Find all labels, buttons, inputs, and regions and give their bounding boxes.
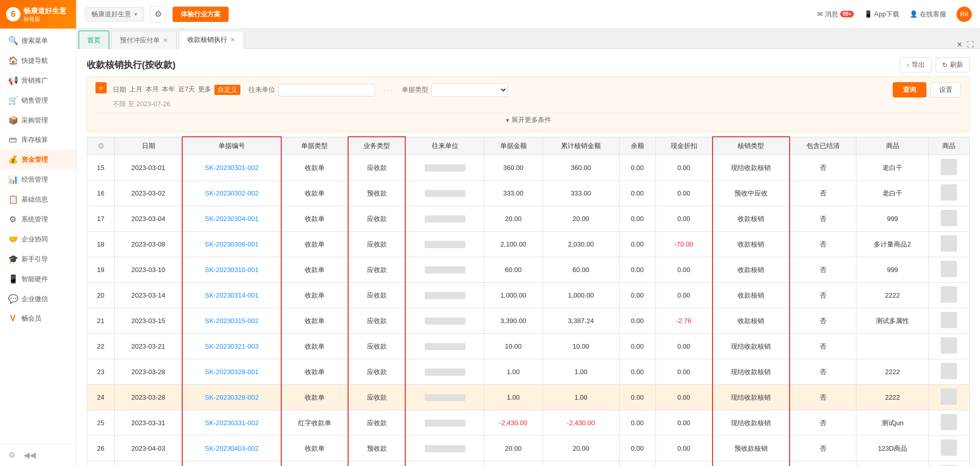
online-service-item[interactable]: 👤 在线客服 <box>910 10 946 19</box>
export-icon: ↑ <box>906 61 910 69</box>
col-header-cancel-type: 核销类型 <box>713 137 790 155</box>
date-link-7days[interactable]: 近7天 <box>178 85 195 95</box>
date-link-this-month[interactable]: 本月 <box>145 85 159 95</box>
filter-counterpart-item: 往来单位 <box>249 84 375 96</box>
cell-cancel-type: 收款核销 <box>713 232 790 257</box>
cell-bill-type: 收款单 <box>281 283 349 308</box>
cell-row-no: 17 <box>87 206 115 232</box>
marketing-icon: 📢 <box>8 76 17 85</box>
cell-bill-no[interactable]: SK-20230310-001 <box>182 257 281 283</box>
sidebar-item-search[interactable]: 🔍 搜索菜单 <box>0 31 76 51</box>
chevron-down-icon: ▾ <box>506 116 509 124</box>
cell-goods2 <box>928 359 969 385</box>
messages-item[interactable]: ✉ 消息 99+ <box>817 10 854 19</box>
sidebar-item-quick-nav[interactable]: 🏠 快捷导航 <box>0 51 76 70</box>
cell-balance: 0.00 <box>619 181 655 206</box>
sidebar-item-inventory[interactable]: 🗃 库存核算 <box>0 130 76 150</box>
footer-settings-icon[interactable]: ⚙ <box>8 450 15 460</box>
sidebar-item-marketing[interactable]: 📢 营销推广 <box>0 70 76 90</box>
cell-bill-no[interactable]: SK-20230302-002 <box>182 181 281 206</box>
cell-bill-amount: 360.00 <box>484 155 543 181</box>
tab-payable-close-icon[interactable]: ✕ <box>163 37 168 44</box>
cell-balance: 0.00 <box>619 308 655 334</box>
sidebar-item-wechat[interactable]: 💬 企业微信 <box>0 289 76 309</box>
query-button[interactable]: 查询 <box>893 82 926 97</box>
company-selector[interactable]: 畅康道好生意 ▾ <box>85 7 144 21</box>
sidebar-item-base[interactable]: 📋 基础信息 <box>0 189 76 209</box>
tab-collection[interactable]: 收款核销执行 ✕ <box>179 31 244 49</box>
col-header-gear[interactable]: ⚙ <box>87 137 115 155</box>
date-link-this-year[interactable]: 本年 <box>162 85 175 95</box>
table-settings-icon[interactable]: ⚙ <box>97 141 104 150</box>
sidebar-item-purchase[interactable]: 📦 采购管理 <box>0 110 76 130</box>
cell-bill-amount: 60.00 <box>484 257 543 283</box>
settings-button[interactable]: ⚙ <box>150 6 166 22</box>
sidebar-item-member[interactable]: V 畅会员 <box>0 309 76 328</box>
cell-cash-discount: 0.00 <box>655 206 712 232</box>
cell-bill-no[interactable]: SK-20230314-001 <box>182 283 281 308</box>
cell-counterpart: ████████ <box>405 359 484 385</box>
cell-cancel-type: 收款核销 <box>713 308 790 334</box>
expand-conditions-label: 展开更多条件 <box>511 115 551 125</box>
sidebar-item-operation[interactable]: 📊 经营管理 <box>0 169 76 189</box>
filter-forward-button[interactable]: » <box>95 82 107 93</box>
app-download-item[interactable]: 📱 App下载 <box>864 10 899 19</box>
cell-bill-no[interactable]: SK-20230403-002 <box>182 436 281 461</box>
tab-home[interactable]: 首页 <box>79 31 109 49</box>
date-link-last-month[interactable]: 上月 <box>129 85 142 95</box>
date-link-more[interactable]: 更多 <box>198 85 211 95</box>
cell-bill-no[interactable]: SK-20230408-001 <box>182 461 281 467</box>
page-content: 收款核销执行(按收款) ↑ 导出 ↻ 刷新 » 日期 <box>77 49 980 466</box>
sales-icon: 🛒 <box>8 95 17 105</box>
cell-bill-no[interactable]: SK-20230308-001 <box>182 232 281 257</box>
refresh-button[interactable]: ↻ 刷新 <box>936 57 970 72</box>
cell-counterpart: ████████ <box>405 283 484 308</box>
cell-bill-no[interactable]: SK-20230321-003 <box>182 334 281 359</box>
filter-counterpart-input[interactable] <box>278 84 375 96</box>
sidebar-item-hardware[interactable]: 📱 智能硬件 <box>0 269 76 289</box>
table-row: 202023-03-14SK-20230314-001收款单应收款███████… <box>87 283 970 308</box>
cell-counterpart: ████████ <box>405 436 484 461</box>
cell-goods2 <box>928 334 969 359</box>
tab-expand-icon[interactable]: ⛶ <box>967 40 974 48</box>
cell-accum-cancel: 1.00 <box>543 359 619 385</box>
cell-goods2 <box>928 181 969 206</box>
cell-date: 2023-04-03 <box>114 436 182 461</box>
cell-date: 2023-03-10 <box>114 257 182 283</box>
tab-close-all-icon[interactable]: ✕ <box>957 40 963 48</box>
sidebar-item-corp[interactable]: 🤝 企业协同 <box>0 229 76 249</box>
tab-payable[interactable]: 预付冲应付单 ✕ <box>111 31 177 49</box>
cell-biz-type: 应收款 <box>348 206 405 232</box>
industry-solution-button[interactable]: 体验行业方案 <box>173 7 229 22</box>
date-link-custom[interactable]: 自定义 <box>214 85 240 95</box>
cell-row-no: 24 <box>87 385 115 410</box>
cell-bill-no[interactable]: SK-20230328-001 <box>182 359 281 385</box>
table-container: ⚙ 日期 单据编号 单据类型 业务类型 往来单位 单据金额 累计核销金额 余额 … <box>87 136 970 466</box>
sidebar-item-system[interactable]: ⚙ 系统管理 <box>0 209 76 229</box>
settings-filter-button[interactable]: 设置 <box>930 82 961 97</box>
footer-collapse-icon[interactable]: ◀◀ <box>23 450 36 460</box>
tab-collection-close-icon[interactable]: ✕ <box>230 36 235 43</box>
cell-bill-no[interactable]: SK-20230331-002 <box>182 410 281 436</box>
sidebar-item-finance[interactable]: 💰 资金管理 <box>0 150 76 169</box>
cell-bill-type: 收款单 <box>281 334 349 359</box>
cell-goods1: 衣服00001 <box>856 461 928 467</box>
export-button[interactable]: ↑ 导出 <box>900 57 932 72</box>
cell-date: 2023-03-15 <box>114 308 182 334</box>
cell-bill-no[interactable]: SK-20230301-002 <box>182 155 281 181</box>
cell-bill-type: 收款单 <box>281 359 349 385</box>
filter-bill-type-select[interactable] <box>431 83 508 97</box>
cell-date: 2023-03-14 <box>114 283 182 308</box>
cell-bill-no[interactable]: SK-20230328-002 <box>182 385 281 410</box>
sidebar-item-guide[interactable]: 🎓 新手引导 <box>0 249 76 269</box>
cell-bill-no[interactable]: SK-20230304-001 <box>182 206 281 232</box>
cell-bill-no[interactable]: SK-20230315-002 <box>182 308 281 334</box>
col-header-include-cleared: 包含已结清 <box>790 137 856 155</box>
corp-icon: 🤝 <box>8 234 17 244</box>
cell-goods1: 2222 <box>856 385 928 410</box>
user-avatar[interactable]: Rit <box>957 7 972 22</box>
expand-conditions-row[interactable]: ▾ 展开更多条件 <box>95 113 961 127</box>
table-header-row: ⚙ 日期 单据编号 单据类型 业务类型 往来单位 单据金额 累计核销金额 余额 … <box>87 137 970 155</box>
sidebar-item-sales[interactable]: 🛒 销售管理 <box>0 90 76 110</box>
date-range-value: 不限 至 2023-07-26 <box>113 100 170 108</box>
